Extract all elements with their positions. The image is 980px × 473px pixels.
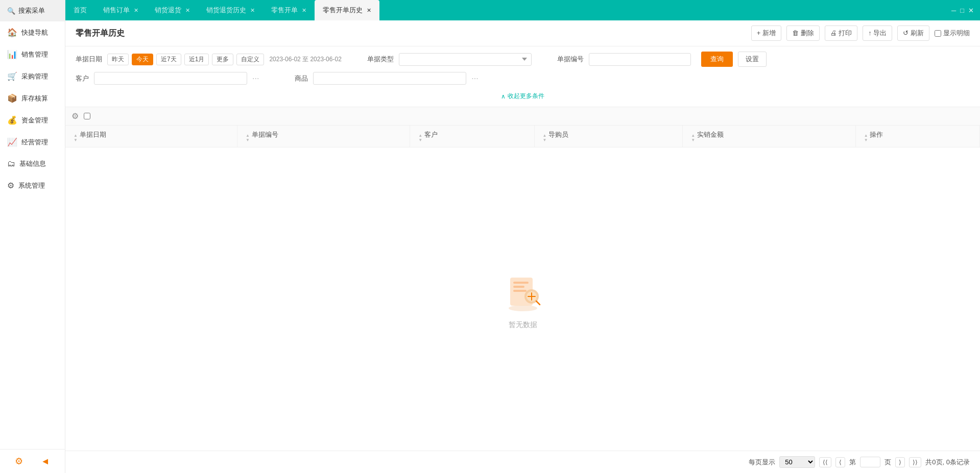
query-button[interactable]: 查询 [701, 52, 733, 67]
sidebar-item-sales-mgmt[interactable]: 📊销售管理 [0, 43, 65, 65]
sidebar-item-quick-nav[interactable]: 🏠快捷导航 [0, 21, 65, 43]
data-table: ▲▼ 单据日期▲▼ 单据编号▲▼ 客户▲▼ 导购员▲▼ 实销金额▲▼ 操作 [65, 126, 980, 147]
col-guide: ▲▼ 导购员 [534, 126, 683, 147]
export-button[interactable]: ↑ 导出 [863, 26, 892, 41]
sidebar-label-system: 系统管理 [18, 181, 45, 190]
last-page-button[interactable]: ⟩⟩ [909, 457, 921, 467]
close-button[interactable]: ✕ [968, 7, 974, 14]
date-btn-yesterday[interactable]: 昨天 [107, 54, 129, 65]
sidebar-settings-icon[interactable]: ⚙ [15, 456, 23, 467]
date-filter-label: 单据日期 [76, 55, 102, 64]
filter-row-2: 客户 ··· 商品 ··· [76, 72, 970, 85]
sidebar-icon-operation: 📈 [7, 137, 17, 147]
date-btn-custom[interactable]: 自定义 [236, 54, 264, 65]
sort-icon-amount[interactable]: ▲▼ [691, 133, 695, 142]
col-date: ▲▼ 单据日期 [65, 126, 237, 147]
tab-retail-open-history[interactable]: 零售开单历史✕ [315, 0, 379, 20]
sort-icon-action[interactable]: ▲▼ [864, 133, 868, 142]
date-btn-last_month[interactable]: 近1月 [184, 54, 209, 65]
customer-dots[interactable]: ··· [252, 74, 259, 83]
page-size-select[interactable]: 50 100 200 [779, 456, 815, 468]
pagination: 每页显示 50 100 200 ⟨⟨ ⟨ 第 1 页 ⟩ ⟩⟩ 共0页, 0条记… [65, 451, 980, 473]
svg-line-9 [536, 301, 540, 305]
tab-sales-order[interactable]: 销售订单✕ [95, 0, 147, 20]
date-btn-today[interactable]: 今天 [132, 54, 153, 65]
number-input[interactable] [589, 53, 691, 66]
sidebar-search[interactable]: 🔍 搜索采单 [0, 0, 65, 21]
sidebar-label-quick-nav: 快捷导航 [21, 28, 48, 37]
sidebar-item-basic-info[interactable]: 🗂基础信息 [0, 153, 65, 175]
col-customer: ▲▼ 客户 [410, 126, 534, 147]
tab-close-sales-return[interactable]: ✕ [185, 7, 190, 14]
page-word: 第 [849, 458, 856, 467]
tab-label-sales-return: 销货退货 [155, 6, 181, 15]
tab-retail-open[interactable]: 零售开单✕ [263, 0, 315, 20]
maximize-button[interactable]: □ [960, 7, 964, 14]
first-page-button[interactable]: ⟨⟨ [819, 457, 831, 467]
select-all-checkbox[interactable] [84, 113, 90, 119]
add-button[interactable]: + 新增 [751, 26, 781, 41]
minimize-button[interactable]: ─ [951, 7, 956, 14]
next-page-button[interactable]: ⟩ [895, 457, 905, 467]
refresh-button[interactable]: ↺ 刷新 [897, 26, 929, 41]
print-button[interactable]: 🖨 打印 [825, 26, 858, 41]
sidebar-icon-finance: 💰 [7, 115, 17, 125]
tab-label-home: 首页 [74, 6, 87, 15]
sidebar-item-purchase-mgmt[interactable]: 🛒采购管理 [0, 65, 65, 87]
sidebar-label-sales-mgmt: 销售管理 [21, 50, 48, 59]
goods-input[interactable] [313, 72, 466, 85]
table-head: ▲▼ 单据日期▲▼ 单据编号▲▼ 客户▲▼ 导购员▲▼ 实销金额▲▼ 操作 [65, 126, 980, 147]
sidebar-label-finance: 资金管理 [21, 116, 48, 125]
collapse-bar[interactable]: ∧ 收起更多条件 [76, 90, 970, 105]
date-btn-more[interactable]: 更多 [212, 54, 233, 65]
sidebar-item-operation[interactable]: 📈经营管理 [0, 131, 65, 153]
tab-home[interactable]: 首页 [65, 0, 95, 20]
svg-rect-2 [513, 282, 529, 284]
tab-sales-return-history[interactable]: 销货退货历史✕ [198, 0, 263, 20]
col-number: ▲▼ 单据编号 [237, 126, 410, 147]
sidebar-search-label: 搜索采单 [18, 6, 45, 15]
tab-close-retail-open[interactable]: ✕ [302, 7, 306, 14]
page-number-input[interactable]: 1 [860, 457, 880, 467]
sort-icon-customer[interactable]: ▲▼ [418, 133, 422, 142]
sort-icon-number[interactable]: ▲▼ [246, 133, 250, 142]
table-settings-icon[interactable]: ⚙ [71, 111, 79, 121]
sidebar: 🔍 搜索采单 🏠快捷导航📊销售管理🛒采购管理📦库存核算💰资金管理📈经营管理🗂基础… [0, 0, 65, 473]
prev-page-button[interactable]: ⟨ [835, 457, 845, 467]
table-toolbar: ⚙ [65, 107, 980, 126]
sidebar-label-inventory: 库存核算 [21, 94, 48, 103]
page-size-label: 每页显示 [749, 458, 775, 467]
col-action: ▲▼ 操作 [855, 126, 979, 147]
sidebar-icon-basic-info: 🗂 [7, 159, 15, 168]
date-buttons: 昨天今天近7天近1月更多自定义 [107, 54, 264, 65]
sidebar-icon-system: ⚙ [7, 181, 14, 190]
show-detail-input[interactable] [935, 30, 941, 37]
tab-close-retail-open-history[interactable]: ✕ [367, 7, 371, 14]
show-detail-checkbox[interactable]: 显示明细 [935, 29, 970, 38]
tab-close-sales-return-history[interactable]: ✕ [250, 7, 255, 14]
customer-input[interactable] [94, 72, 247, 85]
sidebar-bottom: ⚙ ◄ [0, 449, 65, 473]
sidebar-collapse-icon[interactable]: ◄ [41, 456, 50, 467]
goods-filter-label: 商品 [295, 74, 308, 83]
goods-dots[interactable]: ··· [471, 74, 478, 83]
date-btn-last7[interactable]: 近7天 [156, 54, 181, 65]
tab-close-sales-order[interactable]: ✕ [134, 7, 138, 14]
page-label: 页 [885, 458, 891, 467]
collapse-icon: ∧ [501, 93, 506, 100]
sidebar-item-inventory[interactable]: 📦库存核算 [0, 87, 65, 109]
main-area: 首页销售订单✕销货退货✕销货退货历史✕零售开单✕零售开单历史✕ ─ □ ✕ 零售… [65, 0, 980, 473]
sort-icon-date[interactable]: ▲▼ [74, 133, 78, 142]
empty-icon [500, 268, 546, 314]
delete-button[interactable]: 🗑 删除 [786, 26, 820, 41]
collapse-label: 收起更多条件 [508, 92, 544, 101]
table-area: ⚙ ▲▼ 单据日期▲▼ 单据编号▲▼ 客户▲▼ 导购员▲▼ 实销金额▲▼ 操作 [65, 107, 980, 451]
sort-icon-guide[interactable]: ▲▼ [543, 133, 547, 142]
settings-button[interactable]: 设置 [738, 52, 767, 67]
sidebar-item-system[interactable]: ⚙系统管理 [0, 175, 65, 196]
tab-sales-return[interactable]: 销货退货✕ [147, 0, 198, 20]
sidebar-item-finance[interactable]: 💰资金管理 [0, 109, 65, 131]
tab-label-retail-open: 零售开单 [271, 6, 298, 15]
svg-rect-4 [513, 290, 527, 292]
type-select[interactable] [399, 53, 532, 66]
